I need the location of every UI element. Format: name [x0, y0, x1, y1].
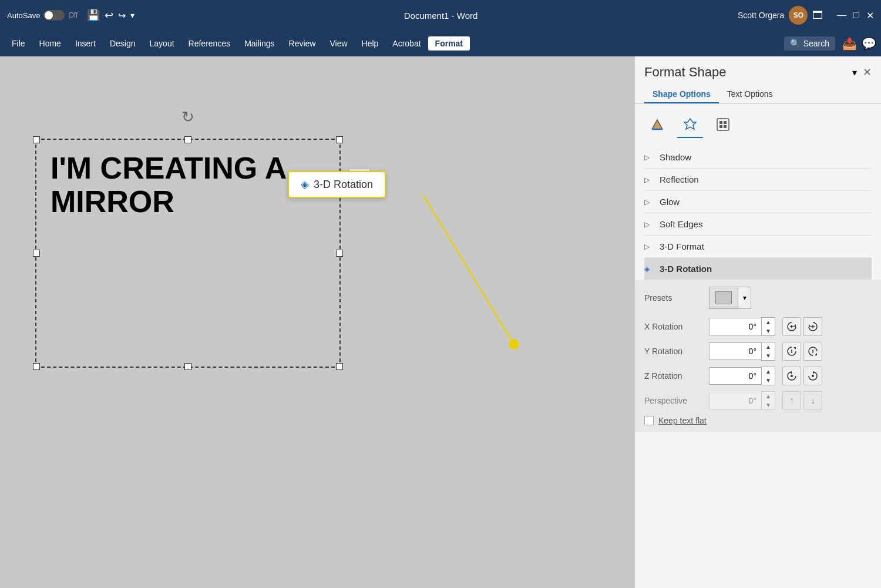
handle-bottom-middle[interactable]: [184, 363, 191, 370]
menu-format-label: Format: [435, 39, 463, 48]
title-bar: AutoSave Off 💾 ↩ ↪ ▾ Document1 - Word Sc…: [0, 0, 881, 31]
section-glow[interactable]: ▷ Glow: [644, 191, 872, 213]
z-rotation-input[interactable]: [709, 367, 762, 385]
y-rotate-down-button[interactable]: [803, 342, 822, 361]
svg-rect-3: [719, 121, 722, 124]
perspective-btns: ↑ ↓: [782, 391, 822, 410]
y-rotation-input[interactable]: [709, 342, 762, 360]
panel-collapse-icon[interactable]: ▾: [852, 67, 857, 78]
handle-bottom-right[interactable]: [336, 363, 343, 370]
search-label: Search: [803, 39, 829, 48]
y-rotation-spin-down[interactable]: ▼: [762, 351, 775, 360]
presets-dropdown[interactable]: ▾: [738, 287, 751, 309]
handle-middle-left[interactable]: [33, 250, 40, 257]
y-rotation-row: Y Rotation ▲ ▼: [644, 342, 872, 361]
text-line-1: I'M CREATING A: [51, 152, 325, 185]
x-rotation-spin-up[interactable]: ▲: [762, 318, 775, 327]
menu-view[interactable]: View: [322, 36, 354, 51]
keep-text-flat-label: Keep text flat: [658, 416, 707, 425]
handle-top-middle[interactable]: [184, 136, 191, 143]
menu-design[interactable]: Design: [103, 36, 143, 51]
3d-format-expand-icon: ▷: [644, 243, 656, 251]
menu-view-label: View: [329, 39, 347, 48]
menu-insert[interactable]: Insert: [68, 36, 103, 51]
3d-format-label: 3-D Format: [660, 241, 704, 251]
menu-references[interactable]: References: [181, 36, 238, 51]
menu-format[interactable]: Format: [428, 36, 470, 51]
layout-properties-icon-btn[interactable]: [710, 112, 736, 138]
presets-control: ▾: [709, 287, 751, 309]
autosave-section: AutoSave Off: [7, 10, 78, 21]
x-rotation-spin-down[interactable]: ▼: [762, 327, 775, 335]
autosave-toggle[interactable]: [43, 10, 65, 21]
keep-text-flat-checkbox[interactable]: [644, 416, 654, 425]
undo-icon[interactable]: ↩: [105, 9, 113, 22]
menu-review[interactable]: Review: [282, 36, 323, 51]
y-rotation-spin-up[interactable]: ▲: [762, 342, 775, 351]
menu-help-label: Help: [362, 39, 379, 48]
glow-expand-icon: ▷: [644, 198, 656, 206]
3d-rotation-label: 3-D Rotation: [660, 264, 712, 274]
z-rotate-ccw-button[interactable]: [782, 367, 801, 385]
effects-icon-btn[interactable]: [677, 112, 703, 138]
tab-text-options-label: Text Options: [727, 89, 773, 99]
tab-shape-options[interactable]: Shape Options: [644, 86, 719, 103]
username: Scott Orgera: [738, 11, 784, 20]
menu-home[interactable]: Home: [32, 36, 68, 51]
perspective-up-button: ↑: [782, 391, 801, 410]
menu-bar: File Home Insert Design Layout Reference…: [0, 31, 881, 56]
perspective-spin-down: ▼: [762, 401, 775, 409]
menu-mailings[interactable]: Mailings: [237, 36, 281, 51]
redo-icon[interactable]: ↪: [118, 10, 126, 21]
svg-line-0: [423, 194, 514, 344]
close-button[interactable]: ✕: [866, 10, 874, 21]
menu-acrobat[interactable]: Acrobat: [385, 36, 428, 51]
ribbon-icon[interactable]: 🗖: [812, 9, 823, 22]
z-rotate-cw-button[interactable]: [803, 367, 822, 385]
restore-button[interactable]: □: [853, 10, 859, 21]
share-icon[interactable]: 📤: [842, 36, 857, 51]
shadow-label: Shadow: [660, 152, 691, 162]
shape-icons-row: [635, 104, 881, 146]
soft-edges-expand-icon: ▷: [644, 220, 656, 229]
tooltip-icon: ◈: [301, 178, 309, 191]
menu-file[interactable]: File: [5, 36, 32, 51]
fill-line-icon-btn[interactable]: [644, 112, 670, 138]
search-box[interactable]: 🔍 Search: [784, 36, 835, 51]
comment-icon[interactable]: 💬: [862, 36, 876, 51]
section-reflection[interactable]: ▷ Reflection: [644, 169, 872, 191]
menu-help[interactable]: Help: [355, 36, 386, 51]
user-section: Scott Orgera SO 🗖 — □ ✕: [738, 6, 874, 25]
x-rotate-right-button[interactable]: [803, 317, 822, 336]
handle-top-right[interactable]: [336, 136, 343, 143]
handle-bottom-left[interactable]: [33, 363, 40, 370]
y-rotation-spinner: ▲ ▼: [761, 342, 775, 361]
y-rotation-btns: [782, 342, 822, 361]
save-icon[interactable]: 💾: [87, 9, 100, 22]
x-rotate-left-button[interactable]: [782, 317, 801, 336]
handle-middle-right[interactable]: [336, 250, 343, 257]
svg-marker-10: [809, 324, 811, 327]
section-soft-edges[interactable]: ▷ Soft Edges: [644, 213, 872, 236]
section-3d-rotation[interactable]: ◈ 3-D Rotation: [644, 258, 872, 280]
minimize-button[interactable]: —: [837, 10, 846, 21]
section-3d-format[interactable]: ▷ 3-D Format: [644, 236, 872, 258]
avatar: SO: [789, 6, 808, 25]
rotation-section: Presets ▾ X Rotation ▲ ▼: [635, 280, 881, 432]
tab-text-options[interactable]: Text Options: [719, 86, 781, 103]
x-rotation-input[interactable]: [709, 318, 762, 335]
toggle-state: Off: [68, 11, 78, 19]
menu-layout[interactable]: Layout: [143, 36, 181, 51]
rotate-handle[interactable]: ↻: [181, 108, 194, 126]
document-area: ↻ I'M CREATING A MIRROR ⊞ ◈ 3-D Rotation: [0, 56, 634, 588]
panel-close-button[interactable]: ✕: [863, 66, 872, 79]
presets-button[interactable]: [709, 287, 738, 309]
menu-design-label: Design: [110, 39, 136, 48]
z-rotation-spin-up[interactable]: ▲: [762, 367, 775, 376]
handle-top-left[interactable]: [33, 136, 40, 143]
section-shadow[interactable]: ▷ Shadow: [644, 146, 872, 169]
svg-rect-6: [724, 125, 727, 128]
customize-icon[interactable]: ▾: [130, 11, 134, 20]
y-rotate-up-button[interactable]: [782, 342, 801, 361]
z-rotation-spin-down[interactable]: ▼: [762, 376, 775, 385]
